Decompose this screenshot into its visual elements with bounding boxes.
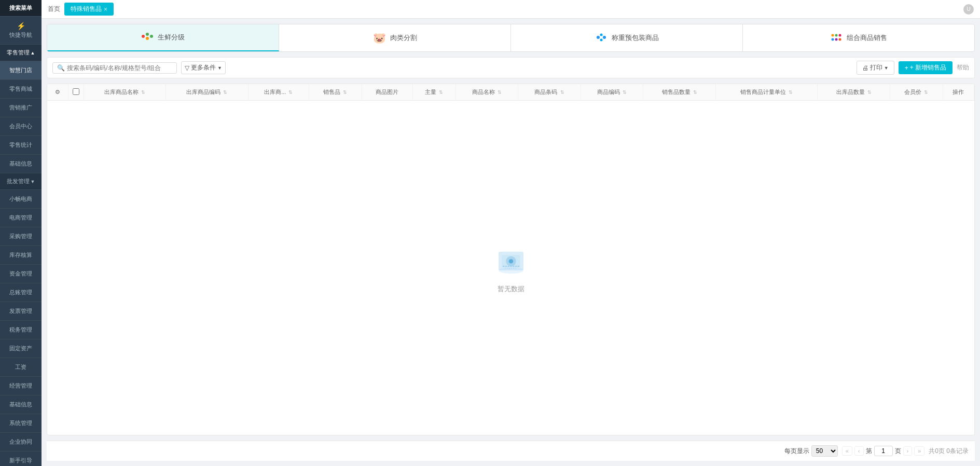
inventory-label: 库存核算 [2, 251, 39, 259]
page-nav: « ‹ 第 页 › » [842, 446, 925, 456]
sidebar-item-basic-info[interactable]: 基础信息 [0, 155, 42, 173]
svg-point-13 [839, 38, 841, 40]
basic-info2-label: 基础信息 [2, 401, 39, 408]
sidebar-item-inventory[interactable]: 库存核算 [0, 246, 42, 265]
topbar: 首页 特殊销售品 × U [42, 0, 980, 19]
filter-arrow-icon: ▼ [217, 65, 222, 71]
home-breadcrumb[interactable]: 首页 [48, 5, 60, 13]
sort-icon: ⇅ [867, 90, 872, 95]
cat-tab-fresh-grade[interactable]: 生鲜分级 [47, 24, 279, 51]
smart-store-label: 智慧门店 [2, 66, 39, 74]
empty-state: 暂无数据 [47, 101, 974, 435]
cat-tab-combo-sales[interactable]: 组合商品销售 [743, 24, 974, 51]
last-page-button[interactable]: » [914, 446, 924, 456]
toolbar-right: 🖨 打印 ▼ + + 新增销售品 帮助 [857, 61, 969, 75]
svg-point-11 [832, 38, 834, 40]
sort-icon: ⇅ [439, 90, 443, 95]
sort-icon: ⇅ [141, 90, 145, 95]
per-page-dropdown[interactable]: 10 20 50 100 [811, 445, 838, 457]
sidebar-item-purchase-mgmt[interactable]: 采购管理 [0, 227, 42, 246]
sidebar-item-member-center[interactable]: 会员中心 [0, 117, 42, 136]
sidebar-item-fixed-assets[interactable]: 固定资产 [0, 339, 42, 358]
sidebar-item-mini-ecom[interactable]: 小畅电商 [0, 190, 42, 209]
col-barcode[interactable]: 商品条码 ⇅ [518, 84, 581, 101]
col-sales-unit[interactable]: 销售商品计量单位 ⇅ [716, 84, 818, 101]
sidebar-item-wages[interactable]: 工资 [0, 358, 42, 377]
sidebar-item-wholesale-mgmt[interactable]: 批发管理 ▼ [0, 173, 42, 190]
sidebar-item-quick-nav[interactable]: ⚡ 快捷导航 [0, 17, 42, 45]
col-settings[interactable]: ⚙ [47, 84, 68, 101]
search-icon: 🔍 [57, 64, 65, 72]
ledger-mgmt-label: 总账管理 [2, 289, 39, 296]
sidebar-item-invoice-mgmt[interactable]: 发票管理 [0, 302, 42, 321]
col-sales-item[interactable]: 销售品 ⇅ [309, 84, 362, 101]
filter-icon: ▽ [185, 64, 189, 72]
first-page-button[interactable]: « [842, 446, 852, 456]
sort-icon: ⇅ [924, 90, 928, 95]
total-info: 共0页 0条记录 [929, 447, 969, 456]
col-out-code[interactable]: 出库商品编码 ⇅ [166, 84, 249, 101]
svg-point-1 [146, 33, 149, 36]
add-product-button[interactable]: + + 新增销售品 [899, 61, 953, 74]
sidebar-item-ops-mgmt[interactable]: 经营管理 [0, 377, 42, 395]
sidebar-item-retail-stats[interactable]: 零售统计 [0, 136, 42, 155]
cat-tab-meat-split[interactable]: 🐷 肉类分割 [279, 24, 511, 51]
help-button[interactable]: 帮助 [957, 63, 969, 72]
col-goods-name[interactable]: 商品名称 ⇅ [456, 84, 518, 101]
sidebar-item-ledger-mgmt[interactable]: 总账管理 [0, 283, 42, 302]
sidebar-item-biz-agreement[interactable]: 企业协同 [0, 433, 42, 451]
print-button[interactable]: 🖨 打印 ▼ [857, 61, 894, 75]
col-out-code-label: 出库商品编码 [186, 89, 220, 95]
cat-tab-weight-pkg[interactable]: 称重预包装商品 [511, 24, 743, 51]
sidebar-item-finance-mgmt[interactable]: 资金管理 [0, 265, 42, 283]
svg-point-2 [150, 35, 153, 38]
pagination: 每页显示 10 20 50 100 « ‹ 第 页 › » 共0页 0条记录 [47, 441, 975, 461]
user-avatar[interactable]: U [963, 4, 974, 15]
svg-point-9 [835, 34, 838, 36]
sidebar-item-sales-promo[interactable]: 营销推广 [0, 99, 42, 117]
col-img: 商品图片 [362, 84, 412, 101]
col-member-price[interactable]: 会员价 ⇅ [890, 84, 943, 101]
select-all-checkbox[interactable] [73, 88, 79, 95]
sidebar-item-retail-mall[interactable]: 零售商城 [0, 80, 42, 99]
combo-icon [830, 33, 843, 44]
col-main-weight[interactable]: 主量 ⇅ [412, 84, 456, 101]
sidebar-item-new-guide[interactable]: 新手引导 [0, 451, 42, 466]
sidebar-logo[interactable]: 搜索菜单 [0, 0, 42, 17]
col-sales-qty[interactable]: 销售品数量 ⇅ [643, 84, 716, 101]
col-out-spec[interactable]: 出库商... ⇅ [248, 84, 309, 101]
retail-mgmt-label: 零售管理 [7, 49, 30, 57]
search-input[interactable] [67, 64, 171, 72]
search-box[interactable]: 🔍 [52, 62, 177, 74]
sidebar-item-smart-store[interactable]: 智慧门店 [0, 61, 42, 80]
print-arrow-icon: ▼ [884, 65, 889, 71]
current-page-input[interactable] [874, 446, 893, 456]
col-out-name[interactable]: 出库商品名称 ⇅ [84, 84, 166, 101]
purchase-mgmt-label: 采购管理 [2, 232, 39, 240]
sidebar-item-tax-mgmt[interactable]: 税务管理 [0, 321, 42, 339]
page-label: 第 [866, 447, 872, 456]
table-wrapper: ⚙ 出库商品名称 ⇅ 出库商品编码 ⇅ 出库商. [47, 84, 975, 435]
filter-button[interactable]: ▽ 更多条件 ▼ [181, 61, 226, 74]
sidebar-item-retail-mgmt[interactable]: 零售管理 ▲ [0, 45, 42, 61]
col-goods-code[interactable]: 商品编码 ⇅ [581, 84, 643, 101]
sidebar-item-ecom-mgmt[interactable]: 电商管理 [0, 209, 42, 227]
col-check[interactable] [68, 84, 84, 101]
sidebar-item-basic-info2[interactable]: 基础信息 [0, 395, 42, 414]
next-page-button[interactable]: › [903, 446, 913, 456]
toolbar: 🔍 ▽ 更多条件 ▼ 🖨 打印 ▼ + + 新增销售品 [47, 57, 975, 78]
svg-point-12 [835, 38, 838, 40]
svg-point-5 [600, 33, 602, 36]
col-sales-item-label: 销售品 [323, 89, 340, 95]
col-out-qty[interactable]: 出库品数量 ⇅ [818, 84, 890, 101]
col-sales-qty-label: 销售品数量 [662, 89, 691, 95]
svg-point-7 [600, 38, 602, 41]
sidebar-item-sys-mgmt[interactable]: 系统管理 [0, 414, 42, 433]
prev-page-button[interactable]: ‹ [854, 446, 864, 456]
active-tab-label: 特殊销售品 [71, 5, 102, 13]
tab-close-icon[interactable]: × [104, 6, 107, 13]
active-tab[interactable]: 特殊销售品 × [64, 3, 114, 16]
chevron-icon: ▲ [31, 50, 35, 56]
basic-info-label: 基础信息 [2, 160, 39, 168]
category-tabs: 生鲜分级 🐷 肉类分割 称重预包装商品 [47, 24, 975, 52]
